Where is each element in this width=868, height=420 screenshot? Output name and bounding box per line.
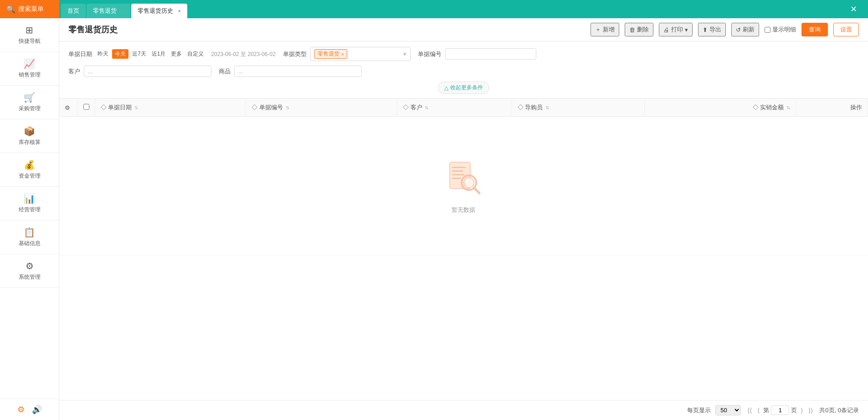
new-btn[interactable]: ＋ 新增 bbox=[591, 23, 619, 36]
table-header-row: ⚙ ◇ 单据日期 ⇅ ◇ 单据编号 ⇅ bbox=[59, 99, 868, 117]
filter-group-customer: 客户 ... bbox=[68, 66, 211, 77]
date-opt-last7[interactable]: 近7天 bbox=[130, 49, 148, 59]
print-btn[interactable]: 🖨 打印 ▾ bbox=[659, 23, 693, 36]
tab-return-close[interactable]: × bbox=[121, 8, 124, 14]
date-range: 2023-06-02 至 2023-06-02 bbox=[211, 51, 275, 58]
empty-icon bbox=[443, 158, 484, 199]
doc-type-label: 单据类型 bbox=[283, 50, 307, 58]
delete-icon: 🗑 bbox=[629, 26, 635, 33]
delete-btn[interactable]: 🗑 删除 bbox=[625, 23, 653, 36]
doc-type-tag-text: 零售退货 bbox=[318, 50, 339, 58]
sidebar-item-basic-info[interactable]: 📋 基础信息 bbox=[0, 220, 59, 254]
date-opt-last1m[interactable]: 近1月 bbox=[150, 49, 168, 59]
tab-return-history[interactable]: 零售退货历史 × bbox=[131, 4, 187, 18]
svg-point-6 bbox=[464, 178, 474, 188]
total-label: 共0页, 0条记录 bbox=[819, 406, 859, 415]
page-first-btn[interactable]: ⟨⟨ bbox=[745, 406, 754, 415]
customer-select[interactable]: ... bbox=[84, 66, 211, 77]
date-opt-custom[interactable]: 自定义 bbox=[185, 49, 205, 59]
th-action: 操作 bbox=[796, 99, 868, 117]
page-prev-btn[interactable]: ⟨ bbox=[755, 406, 761, 415]
search-menu-btn[interactable]: 🔍 搜索菜单 bbox=[0, 0, 59, 18]
date-opt-today[interactable]: 今天 bbox=[112, 49, 128, 59]
export-label: 导出 bbox=[709, 26, 721, 34]
show-details-label: 显示明细 bbox=[765, 26, 796, 34]
th-checkbox bbox=[77, 99, 95, 117]
empty-state-row: 暂无数据 bbox=[59, 117, 868, 256]
query-btn[interactable]: 查询 bbox=[801, 23, 828, 36]
inventory-icon: 📦 bbox=[24, 126, 35, 137]
show-details-checkbox[interactable] bbox=[765, 27, 770, 33]
top-bar: 🔍 搜索菜单 首页 零售退货 × 零售退货历史 × ✕ bbox=[0, 0, 868, 18]
sidebar-item-inventory[interactable]: 📦 库存核算 bbox=[0, 119, 59, 153]
th-doc-date-sort[interactable]: ⇅ bbox=[134, 105, 138, 110]
per-page-label: 每页显示 bbox=[687, 406, 711, 415]
th-customer-sort[interactable]: ⇅ bbox=[425, 105, 428, 110]
page-last-btn[interactable]: ⟩⟩ bbox=[806, 406, 815, 415]
th-doc-number-sort[interactable]: ⇅ bbox=[286, 105, 289, 110]
page-label: 第 bbox=[763, 406, 769, 415]
filter-group-date: 单据日期 昨天 今天 近7天 近1月 更多 自定义 2023-06-02 至 2… bbox=[68, 49, 276, 59]
finance-icon: 💰 bbox=[24, 159, 35, 170]
settings-gear-icon[interactable]: ⚙ bbox=[65, 104, 70, 111]
th-action-label: 操作 bbox=[850, 104, 862, 111]
filter-group-doc-number: 单据编号 bbox=[418, 48, 536, 60]
goods-select[interactable]: ... bbox=[234, 66, 362, 77]
sidebar-item-label-finance: 资金管理 bbox=[19, 172, 41, 180]
sidebar-item-label-inventory: 库存核算 bbox=[19, 138, 41, 146]
tab-return-history-label: 零售退货历史 bbox=[138, 7, 173, 15]
goods-label: 商品 bbox=[219, 67, 231, 76]
goods-ellipsis: ... bbox=[238, 68, 243, 75]
doc-number-input[interactable] bbox=[445, 48, 536, 60]
page-next-btn[interactable]: ⟩ bbox=[799, 406, 805, 415]
th-amount-sort[interactable]: ⇅ bbox=[786, 105, 790, 110]
refresh-btn[interactable]: ↺ 刷新 bbox=[731, 23, 759, 36]
sidebar-item-system[interactable]: ⚙ 系统管理 bbox=[0, 254, 59, 288]
page-nav: ⟨⟨ ⟨ 第 页 ⟩ ⟩⟩ bbox=[745, 405, 815, 415]
svg-rect-2 bbox=[452, 170, 463, 172]
empty-state: 暂无数据 bbox=[65, 121, 863, 251]
sidebar-item-operations[interactable]: 📊 经营管理 bbox=[0, 187, 59, 220]
settings-btn[interactable]: 设置 bbox=[833, 23, 859, 36]
sidebar-item-quick-nav[interactable]: ⊞ 快捷导航 bbox=[0, 18, 59, 52]
select-all-checkbox[interactable] bbox=[83, 104, 89, 110]
th-amount: ◇ 实销金额 ⇅ bbox=[645, 99, 796, 117]
close-window-btn[interactable]: ✕ bbox=[847, 5, 861, 14]
print-icon: 🖨 bbox=[663, 26, 669, 33]
doc-number-label: 单据编号 bbox=[418, 50, 442, 58]
tab-return-history-close[interactable]: × bbox=[178, 8, 180, 14]
per-page-select[interactable]: 10 20 50 100 bbox=[715, 405, 741, 415]
pagination-bar: 每页显示 10 20 50 100 ⟨⟨ ⟨ 第 页 ⟩ ⟩⟩ 共0页, 0条记… bbox=[59, 400, 868, 420]
sidebar-item-purchase[interactable]: 🛒 采购管理 bbox=[0, 86, 59, 119]
export-btn[interactable]: ⬆ 导出 bbox=[698, 23, 726, 36]
date-opt-more[interactable]: 更多 bbox=[169, 49, 184, 59]
header-actions: ＋ 新增 🗑 删除 🖨 打印 ▾ ⬆ 导出 ↺ 刷新 bbox=[591, 23, 859, 36]
new-label: 新增 bbox=[603, 26, 615, 34]
filter-row-2: 客户 ... 商品 ... bbox=[68, 66, 859, 77]
doc-type-select[interactable]: 零售退货 × ▾ bbox=[310, 47, 411, 61]
th-customer-label: ◇ 客户 bbox=[403, 104, 422, 111]
sidebar-item-label-operations: 经营管理 bbox=[19, 206, 41, 214]
th-guide-sort[interactable]: ⇅ bbox=[545, 105, 549, 110]
search-menu-label: 搜索菜单 bbox=[18, 5, 44, 13]
sidebar-item-sales[interactable]: 📈 销售管理 bbox=[0, 52, 59, 86]
sidebar-settings-btn[interactable]: ⚙ bbox=[17, 405, 25, 415]
svg-rect-3 bbox=[452, 174, 465, 175]
search-icon: 🔍 bbox=[6, 5, 15, 14]
sidebar-volume-btn[interactable]: 🔊 bbox=[32, 405, 42, 415]
empty-state-cell: 暂无数据 bbox=[59, 117, 868, 256]
sidebar-item-finance[interactable]: 💰 资金管理 bbox=[0, 153, 59, 187]
tab-home[interactable]: 首页 bbox=[61, 4, 86, 18]
sidebar-item-label-quick-nav: 快捷导航 bbox=[19, 37, 41, 45]
sidebar: ⊞ 快捷导航 📈 销售管理 🛒 采购管理 📦 库存核算 💰 资金管理 📊 经营管… bbox=[0, 18, 59, 420]
sidebar-item-label-purchase: 采购管理 bbox=[19, 105, 41, 113]
date-opt-yesterday[interactable]: 昨天 bbox=[96, 49, 110, 59]
page-input[interactable] bbox=[771, 405, 789, 415]
sidebar-item-label-system: 系统管理 bbox=[19, 273, 41, 281]
doc-date-label: 单据日期 bbox=[68, 50, 92, 58]
collapse-btn[interactable]: △ 收起更多条件 bbox=[438, 82, 489, 94]
sales-icon: 📈 bbox=[24, 58, 35, 69]
table-body: 暂无数据 bbox=[59, 117, 868, 256]
tab-return[interactable]: 零售退货 × bbox=[87, 4, 130, 18]
doc-type-tag-close[interactable]: × bbox=[341, 51, 344, 57]
